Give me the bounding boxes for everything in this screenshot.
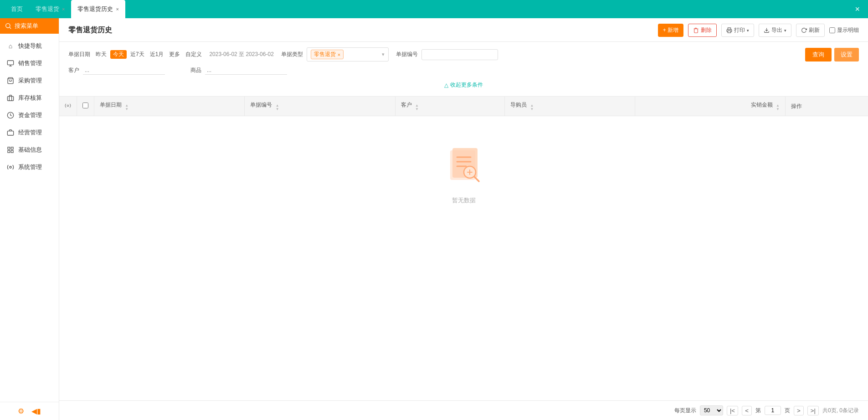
th-guide[interactable]: 导购员 ▲▼ — [505, 97, 635, 116]
export-icon — [764, 27, 770, 33]
export-button-label: 导出 — [771, 26, 782, 34]
page-header: 零售退货历史 + 新增 删除 打印 ▾ — [59, 18, 868, 42]
toolbar: + 新增 删除 打印 ▾ 导出 ▾ — [658, 24, 859, 37]
tab-home[interactable]: 首页 — [5, 0, 29, 18]
new-button[interactable]: + 新增 — [658, 24, 683, 37]
table-area: 单据日期 ▲▼ 单据编号 ▲▼ 客户 ▲▼ — [59, 97, 868, 420]
goods-input[interactable] — [205, 66, 287, 75]
empty-state: 暂无数据 — [59, 116, 868, 232]
sidebar-item-inventory[interactable]: 库存核算 — [0, 89, 59, 107]
pagination-bar: 每页显示 50 20 100 |< < 第 页 > >| 共0页, 0条记录 — [59, 400, 868, 420]
refresh-button-label: 刷新 — [809, 26, 820, 34]
tab-retail-return-history-label: 零售退货历史 — [77, 5, 113, 13]
svg-rect-11 — [11, 150, 13, 153]
th-amount[interactable]: 实销金额 ▲▼ — [635, 97, 785, 116]
inventory-icon — [6, 94, 15, 102]
shortcut-yesterday[interactable]: 昨天 — [94, 50, 108, 59]
voucher-no-filter: 单据编号 — [396, 49, 498, 60]
filter-row-2: 客户 商品 — [68, 66, 859, 75]
th-guide-label: 导购员 — [510, 102, 527, 108]
date-filter: 单据日期 昨天 今天 近7天 近1月 更多 自定义 2023-06-02 至 2… — [68, 50, 274, 59]
svg-rect-9 — [11, 147, 13, 149]
th-no[interactable]: 单据编号 ▲▼ — [245, 97, 395, 116]
search-icon — [5, 22, 12, 30]
audio-bottom-icon[interactable]: ◀▮ — [31, 407, 41, 415]
sidebar-item-purchase-mgmt[interactable]: 采购管理 — [0, 72, 59, 89]
sidebar-search-label: 搜索菜单 — [15, 22, 38, 30]
page-size-select[interactable]: 50 20 100 — [700, 405, 723, 415]
svg-line-22 — [474, 177, 479, 181]
voucher-type-select[interactable]: 零售退货 × ▾ — [307, 47, 389, 61]
table-header-row: 单据日期 ▲▼ 单据编号 ▲▼ 客户 ▲▼ — [59, 97, 868, 116]
delete-button[interactable]: 删除 — [688, 24, 717, 37]
settings-filter-button[interactable]: 设置 — [834, 48, 859, 61]
refresh-button[interactable]: 刷新 — [796, 24, 825, 37]
sidebar-item-sales-mgmt[interactable]: 销售管理 — [0, 55, 59, 72]
sidebar-item-purchase-label: 采购管理 — [18, 77, 42, 85]
tab-retail-return-close[interactable]: × — [62, 6, 65, 12]
voucher-type-tag-text: 零售退货 — [314, 51, 336, 58]
tab-retail-return-history-close[interactable]: × — [116, 6, 118, 12]
page-input[interactable] — [765, 406, 781, 415]
voucher-type-tag-close[interactable]: × — [338, 52, 340, 57]
svg-point-0 — [6, 24, 10, 28]
show-detail-toggle[interactable]: 显示明细 — [829, 26, 859, 34]
export-button[interactable]: 导出 ▾ — [759, 24, 791, 37]
collapse-row[interactable]: △ 收起更多条件 — [68, 79, 859, 91]
print-button[interactable]: 打印 ▾ — [721, 24, 754, 37]
sidebar-search[interactable]: 搜索菜单 — [0, 18, 59, 34]
first-page-button[interactable]: |< — [727, 406, 738, 415]
shortcut-today[interactable]: 今天 — [110, 50, 127, 59]
new-button-label: + 新增 — [663, 26, 678, 34]
shortcut-custom[interactable]: 自定义 — [184, 50, 204, 59]
th-date[interactable]: 单据日期 ▲▼ — [94, 97, 245, 116]
sidebar-item-quick-nav[interactable]: ⌂ 快捷导航 — [0, 37, 59, 55]
th-amount-label: 实销金额 — [751, 102, 773, 108]
sidebar-item-quick-nav-label: 快捷导航 — [18, 42, 42, 50]
sidebar-item-basic-info[interactable]: 基础信息 — [0, 141, 59, 159]
sidebar-item-finance[interactable]: 资金管理 — [0, 107, 59, 124]
tab-home-label: 首页 — [11, 5, 23, 13]
sidebar-bottom: ⚙ ◀▮ — [0, 402, 59, 420]
business-icon — [6, 128, 15, 137]
settings-bottom-icon[interactable]: ⚙ — [18, 407, 24, 415]
svg-rect-2 — [7, 61, 13, 65]
sidebar-item-business[interactable]: 经营管理 — [0, 124, 59, 141]
svg-rect-6 — [7, 97, 13, 101]
customer-filter-label: 客户 — [68, 67, 79, 74]
query-button[interactable]: 查询 — [805, 48, 832, 61]
th-action-label: 操作 — [791, 103, 802, 109]
th-settings[interactable] — [59, 97, 77, 116]
shortcut-1month[interactable]: 近1月 — [148, 50, 166, 59]
show-detail-checkbox[interactable] — [829, 27, 835, 33]
sidebar-item-system[interactable]: 系统管理 — [0, 159, 59, 176]
system-icon — [6, 163, 15, 171]
window-close-button[interactable]: × — [851, 5, 863, 14]
svg-point-15 — [67, 105, 69, 107]
filter-row-1: 单据日期 昨天 今天 近7天 近1月 更多 自定义 2023-06-02 至 2… — [68, 47, 859, 61]
main-layout: 搜索菜单 ⌂ 快捷导航 销售管理 采购管理 — [0, 18, 868, 420]
filter-area: 单据日期 昨天 今天 近7天 近1月 更多 自定义 2023-06-02 至 2… — [59, 42, 868, 97]
collapse-label: 收起更多条件 — [450, 81, 483, 89]
shortcut-7days[interactable]: 近7天 — [128, 50, 146, 59]
th-customer[interactable]: 客户 ▲▼ — [395, 97, 505, 116]
th-amount-sort: ▲▼ — [776, 104, 780, 111]
svg-rect-10 — [8, 150, 10, 153]
voucher-no-input[interactable] — [421, 49, 498, 60]
data-table: 单据日期 ▲▼ 单据编号 ▲▼ 客户 ▲▼ — [59, 97, 868, 116]
sidebar-item-inventory-label: 库存核算 — [18, 94, 42, 102]
top-bar: 首页 零售退货 × 零售退货历史 × × — [0, 0, 868, 18]
voucher-type-chevron: ▾ — [382, 51, 385, 57]
th-date-sort: ▲▼ — [125, 104, 128, 111]
finance-icon — [6, 111, 15, 119]
customer-input[interactable] — [83, 66, 165, 75]
shortcut-more[interactable]: 更多 — [167, 50, 182, 59]
prev-page-button[interactable]: < — [742, 406, 752, 415]
th-check[interactable] — [77, 97, 94, 116]
print-button-label: 打印 — [734, 26, 745, 34]
tab-retail-return[interactable]: 零售退货 × — [29, 0, 71, 18]
next-page-button[interactable]: > — [794, 406, 804, 415]
last-page-button[interactable]: >| — [807, 406, 819, 415]
select-all-checkbox[interactable] — [82, 102, 88, 108]
tab-retail-return-history[interactable]: 零售退货历史 × — [71, 0, 125, 18]
